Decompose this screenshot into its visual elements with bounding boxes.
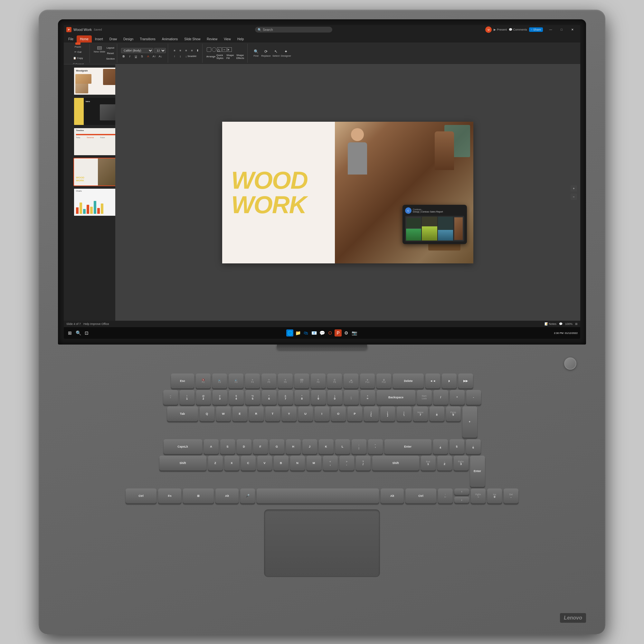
italic-btn[interactable]: I [127, 54, 132, 59]
key-period[interactable]: >. [339, 456, 354, 470]
key-alt-left[interactable]: Alt [215, 488, 239, 503]
key-fn[interactable]: Fn [158, 488, 181, 503]
key-num0[interactable]: Ins0 [487, 488, 502, 503]
copy-btn[interactable]: 📋 Copy [68, 55, 88, 61]
key-f1[interactable]: 🔇F1 [196, 374, 211, 388]
start-btn[interactable]: ⊞ [66, 329, 73, 336]
tab-draw[interactable]: Draw [106, 35, 120, 43]
fit-slide-btn[interactable]: ⊞ [575, 322, 578, 326]
taskview-btn[interactable]: ⊡ [83, 329, 90, 336]
key-f11[interactable]: ★F11 [360, 374, 375, 388]
notes-btn[interactable]: 📝 Notes [545, 322, 556, 326]
key-f5[interactable]: ☀F5 [261, 374, 276, 388]
key-num1[interactable]: End1 [421, 456, 436, 470]
key-rbracket[interactable]: }] [380, 406, 395, 421]
key-num3[interactable]: PgDn3 [454, 456, 469, 470]
taskbar-ppt-active[interactable]: P [335, 329, 342, 336]
main-slide[interactable]: WOODWORK [222, 122, 473, 263]
key-6[interactable]: ^6 [262, 390, 277, 405]
slide-thumb-1[interactable]: Woodgrain [73, 67, 115, 95]
key-q[interactable]: Q [200, 406, 214, 421]
taskbar-camera-icon[interactable]: 📷 [351, 329, 358, 336]
shape-circle[interactable] [212, 47, 216, 52]
key-o[interactable]: O [331, 406, 346, 421]
font-color-btn[interactable]: A [146, 54, 151, 59]
trackpad[interactable] [264, 509, 380, 577]
taskbar-edge-icon[interactable]: 🌐 [286, 329, 293, 336]
tab-transitions[interactable]: Transitions [137, 35, 159, 43]
slide-thumb-4[interactable]: WOODWORK [73, 158, 115, 186]
key-arrow-right[interactable]: PgDn→ [471, 488, 486, 503]
key-num9[interactable]: PgUp9 [446, 406, 461, 421]
minimize-btn[interactable]: — [545, 27, 556, 33]
key-media-fwd[interactable]: ▶▶ [458, 374, 473, 388]
shape-effects-btn[interactable]: Shape Effects [236, 54, 245, 60]
key-k[interactable]: K [319, 439, 334, 454]
shape-rect[interactable] [207, 47, 211, 52]
key-microphone[interactable]: 🎤 [240, 488, 255, 503]
tab-home[interactable]: Home [77, 35, 92, 43]
key-y[interactable]: Y [282, 406, 297, 421]
key-s[interactable]: S [220, 439, 235, 454]
taskbar-teams-icon[interactable]: 💬 [318, 329, 326, 336]
bold-btn[interactable]: B [121, 54, 126, 59]
zoom-out-btn[interactable]: − [571, 194, 577, 200]
shape-triangle[interactable]: △ [217, 47, 222, 52]
key-num6[interactable]: →6 [466, 439, 481, 454]
layout-btn[interactable]: Layout [106, 45, 115, 51]
tab-animations[interactable]: Animations [159, 35, 181, 43]
taskbar-mail-icon[interactable]: 📧 [310, 329, 317, 336]
tab-file[interactable]: File [65, 35, 77, 43]
taskbar-store-icon[interactable]: 🛍 [302, 329, 309, 336]
key-m[interactable]: M [307, 456, 321, 470]
key-alt-right[interactable]: Alt [381, 488, 404, 503]
key-b[interactable]: B [274, 456, 289, 470]
key-esc[interactable]: Esc [171, 374, 194, 388]
font-name-select[interactable]: Calibri (Body) [121, 48, 153, 53]
key-numlock[interactable]: NumLock [417, 390, 432, 405]
shape-arrow[interactable]: → [222, 47, 227, 52]
key-tilde[interactable]: ~` [163, 390, 178, 405]
decrease-font-btn[interactable]: A↓ [158, 54, 163, 59]
key-num-star[interactable]: * [450, 390, 465, 405]
key-e[interactable]: E [232, 406, 247, 421]
key-num-decimal[interactable]: Del. [504, 488, 518, 503]
slide-thumb-2[interactable]: Intro [73, 97, 115, 126]
key-0[interactable]: )0 [327, 390, 342, 405]
fingerprint-sensor[interactable] [564, 357, 576, 370]
key-num2[interactable]: ↓2 [437, 456, 452, 470]
key-c[interactable]: C [241, 456, 256, 470]
key-fwdslash[interactable]: ?/ [356, 456, 371, 470]
key-v[interactable]: V [257, 456, 272, 470]
tab-design[interactable]: Design [120, 35, 137, 43]
font-size-select[interactable]: 11 [154, 48, 166, 53]
tab-review[interactable]: Review [204, 35, 221, 43]
replace-btn[interactable]: ⟳ Replace [261, 49, 270, 58]
key-num8[interactable]: ↑8 [430, 406, 444, 421]
key-a[interactable]: A [204, 439, 219, 454]
key-ctrl-left[interactable]: Ctrl [126, 488, 156, 503]
key-f6[interactable]: ☀F6 [278, 374, 293, 388]
reset-btn[interactable]: Reset [106, 51, 115, 56]
key-shift-left[interactable]: Shift [159, 456, 206, 470]
key-i[interactable]: I [315, 406, 329, 421]
key-media-play[interactable]: ⏵ [442, 374, 457, 388]
present-btn[interactable]: ▶ Present [494, 28, 507, 31]
key-f2[interactable]: 🔈F2 [212, 374, 227, 388]
key-enter[interactable]: Enter [384, 439, 431, 454]
key-ctrl-right[interactable]: Ctrl [405, 488, 436, 503]
key-d[interactable]: D [237, 439, 251, 454]
key-1[interactable]: !1 [180, 390, 194, 405]
key-arrow-left[interactable]: ↑← [438, 488, 453, 503]
quick-styles-btn[interactable]: Quick Styles [216, 54, 225, 60]
key-win[interactable]: ⊞ [183, 488, 214, 503]
key-r[interactable]: R [249, 406, 264, 421]
new-slide-btn[interactable]: New Slide [94, 45, 105, 54]
key-lbracket[interactable]: {[ [364, 406, 379, 421]
designer-btn[interactable]: ✦ Designer [281, 49, 290, 58]
zoom-in-btn[interactable]: + [571, 185, 577, 192]
key-3[interactable]: #3 [213, 390, 227, 405]
key-f[interactable]: F [253, 439, 268, 454]
tab-view[interactable]: View [221, 35, 234, 43]
user-avatar[interactable]: U [485, 26, 492, 33]
